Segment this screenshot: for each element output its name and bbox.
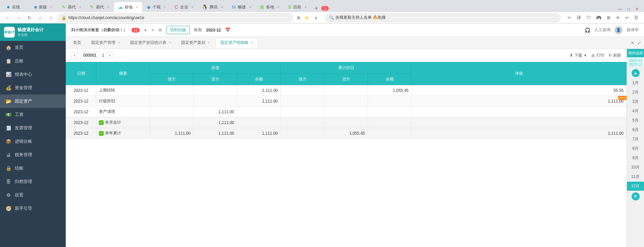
period-month-3[interactable]: 3月 (627, 97, 644, 107)
url-bar[interactable]: 🔒 https://cloud.chanjet.com/accounting/u… (58, 13, 293, 22)
tab-changjie[interactable]: M 畅捷 × (228, 2, 255, 12)
tab-close-qiye[interactable]: × (192, 5, 194, 9)
page-code-input[interactable] (80, 52, 100, 59)
close-btn[interactable]: ✕ (633, 6, 641, 12)
tab-qiye[interactable]: C 企业 × (170, 2, 197, 12)
next-page-btn[interactable]: › (106, 52, 113, 59)
sidebar-item-sales[interactable]: 📦 进销台账 (0, 135, 66, 148)
sidebar-item-ledger[interactable]: 📋 总账 (0, 54, 66, 68)
tab-close-gedi[interactable]: × (277, 5, 279, 9)
new-tab-btn[interactable]: + (313, 5, 320, 12)
undo-icon[interactable]: ↩ (624, 14, 631, 21)
page-tab-ledger[interactable]: 固定资产明细账 × (215, 38, 258, 48)
download-icon: ⬇ (570, 53, 573, 58)
period-month-4[interactable]: 4月 (627, 107, 644, 116)
period-month-11[interactable]: 11月 (627, 172, 644, 182)
page-tab-close-depreciation[interactable]: × (169, 41, 171, 45)
tab-close-haohui[interactable]: × (136, 5, 138, 9)
tab-yidai2[interactable]: ✎ 易代 × (86, 2, 113, 12)
tab-muqian[interactable]: S 目前 × (284, 2, 311, 12)
fullscreen-icon[interactable]: ⤢ (637, 40, 641, 46)
col-balance: 余额 (237, 74, 281, 85)
notification-badge[interactable]: 11 (131, 28, 140, 33)
sidebar-item-fixed-assets[interactable]: 📂 固定资产 (0, 95, 66, 108)
sidebar-item-invoice[interactable]: 🧾 发票管理 (0, 121, 66, 135)
period-scroll-down[interactable]: ▼ (632, 192, 640, 200)
tab-close-changjie[interactable]: × (249, 5, 251, 9)
sidebar-item-archive[interactable]: 🗄 归档管理 (0, 175, 66, 188)
page-tab-category[interactable]: 固定资产类别 × (176, 38, 215, 48)
download-btn[interactable]: ⬇ 下载 ▼ (570, 53, 587, 58)
period-month-1[interactable]: 1月 (627, 78, 644, 88)
minimize-btn[interactable]: — (615, 6, 625, 12)
shield-icon[interactable]: 🛡 (585, 14, 592, 21)
support-label[interactable]: 人工咨询 (594, 27, 610, 33)
menu-icon[interactable]: ☰ (633, 14, 640, 21)
gamepad-icon[interactable]: 🎮 (594, 14, 603, 21)
tab-gesui[interactable]: ◆ 个税 × (143, 2, 170, 12)
sidebar-item-tax[interactable]: 🖨 税务管理 (0, 148, 66, 162)
page-tab-close-ledger[interactable]: × (251, 41, 253, 45)
prev-page-btn[interactable]: ‹ (71, 52, 78, 59)
fixed-assets-icon: 📂 (5, 98, 11, 104)
sidebar-item-funds[interactable]: 💰 资金管理 (0, 81, 66, 95)
tab-tencent[interactable]: 🐧 腾讯 × (198, 2, 227, 12)
switch-version-btn[interactable]: 切到旧版 (166, 26, 190, 34)
print-btn[interactable]: 🖨 打印 (591, 53, 604, 58)
scissors-icon[interactable]: ✂ (566, 14, 573, 21)
username[interactable]: 徐译华 (627, 27, 639, 33)
period-month-9[interactable]: 9月 (627, 153, 644, 163)
tab-close-yidai1[interactable]: × (79, 5, 81, 9)
add-account-btn[interactable]: + (151, 27, 154, 33)
content-area: 刘小艳演示账套（勿删勿动！） 11 ▼ + ⚙ 切到旧版 账期 2023-12 … (66, 23, 644, 247)
settings-btn[interactable]: ⚙ (158, 27, 162, 33)
refresh-browser-btn[interactable]: ↻ (25, 14, 34, 22)
dropdown-arrow[interactable]: ▼ (144, 28, 147, 32)
tab-yidai1[interactable]: ✎ 易代 × (58, 2, 85, 12)
period-month-6[interactable]: 6月 (627, 125, 644, 135)
sidebar-item-close[interactable]: 🔒 结账 (0, 162, 66, 175)
forward-btn[interactable]: → (15, 14, 23, 22)
tab-close-yidai2[interactable]: × (107, 5, 109, 9)
brightness-icon[interactable]: ☀ (614, 14, 622, 21)
grid-icon[interactable]: ⊞ (605, 14, 612, 21)
period-month-7[interactable]: 7月 (627, 135, 644, 144)
sidebar-item-guide[interactable]: 🧭 新手引导 (0, 202, 66, 215)
page-tab-close-asset-mgmt[interactable]: × (118, 41, 120, 45)
period-month-5[interactable]: 5月 (627, 116, 644, 125)
refresh-btn[interactable]: ↻ 刷新 (608, 53, 621, 58)
search-bar[interactable]: 🔍 央视更新主持人名单 🔥热搜 (325, 13, 560, 22)
tab-close-gesui[interactable]: × (164, 5, 166, 9)
period-scroll-up[interactable]: ▲ (632, 69, 640, 77)
calendar-icon[interactable]: 📅 (225, 27, 230, 33)
translate-icon[interactable]: 译 (575, 14, 583, 22)
sidebar-label-fixed-assets: 固定资产 (15, 98, 32, 104)
period-month-12[interactable]: 12月 (627, 182, 644, 191)
sidebar-item-reports[interactable]: 📊 报表中心 (0, 68, 66, 81)
period-month-10[interactable]: 10月 (627, 163, 644, 172)
collapse-icon[interactable]: ✕ (631, 40, 635, 46)
page-tab-home[interactable]: 首页 (68, 38, 86, 48)
tab-close-tencent[interactable]: × (221, 5, 223, 9)
tab-label-yidai1: 易代 (68, 4, 76, 10)
page-tab-depreciation[interactable]: 固定资产折旧统计表 × (125, 38, 176, 48)
sidebar-item-settings[interactable]: ⚙ 设置 (0, 188, 66, 202)
sidebar-item-payroll[interactable]: 💵 工资 (0, 108, 66, 121)
page-tab-close-category[interactable]: × (208, 41, 210, 45)
tab-online[interactable]: ● 在线 (3, 2, 30, 12)
tab-haohui[interactable]: ☁ 好会 × (114, 2, 142, 12)
maximize-btn[interactable]: □ (625, 6, 633, 12)
expand-btn[interactable]: ∨ (312, 14, 320, 22)
tab-gedi[interactable]: ⊞ 各地 × (256, 2, 283, 12)
back-btn[interactable]: ← (4, 14, 12, 22)
period-month-2[interactable]: 2月 (627, 88, 644, 97)
sidebar-item-home[interactable]: 🏠 首页 (0, 41, 66, 54)
tab-close-new[interactable]: × (50, 5, 52, 9)
home-icon: 🏠 (5, 45, 11, 51)
period-month-8[interactable]: 8月 (627, 144, 644, 153)
home-btn[interactable]: ⌂ (36, 14, 44, 22)
tab-new[interactable]: ■ 新版 × (30, 2, 57, 12)
bookmark-btn[interactable]: ☆ (47, 14, 55, 22)
page-tab-asset-mgmt[interactable]: 固定资产管理 × (87, 38, 125, 48)
tab-close-muqian[interactable]: × (305, 5, 307, 9)
